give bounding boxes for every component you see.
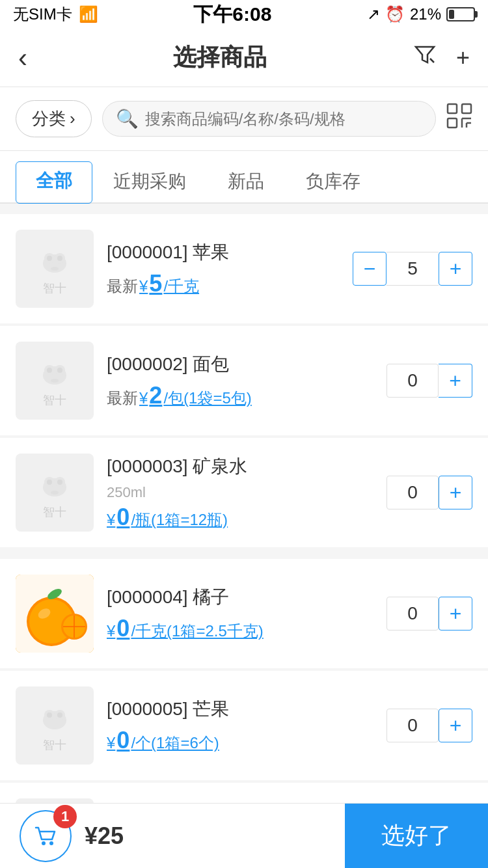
svg-point-26	[51, 491, 59, 495]
increase-button[interactable]: +	[439, 364, 472, 398]
cart-total: ¥25	[85, 822, 124, 850]
quantity-control: +	[386, 597, 472, 631]
product-name: [0000004] 橘子	[107, 585, 373, 610]
price-line: ¥ 0 /个(1箱=6个)	[107, 727, 373, 754]
quantity-input[interactable]	[386, 252, 439, 286]
product-name: [0000003] 矿泉水	[107, 454, 373, 479]
increase-button[interactable]: +	[439, 476, 472, 509]
filter-bar: 分类 › 🔍	[0, 87, 488, 151]
product-image: 智十	[16, 230, 94, 308]
status-right: ↗ ⏰ 21%	[367, 5, 475, 23]
status-carrier: 无SIM卡 📶	[13, 4, 98, 25]
tab-recent[interactable]: 近期采购	[92, 161, 207, 204]
increase-button[interactable]: +	[439, 597, 472, 631]
product-image	[16, 575, 94, 653]
svg-point-13	[57, 256, 62, 261]
svg-rect-4	[448, 118, 457, 128]
location-icon: ↗	[367, 5, 380, 23]
quantity-control: +	[386, 364, 472, 398]
alarm-icon: ⏰	[385, 5, 405, 23]
quantity-input[interactable]	[386, 709, 439, 742]
product-info: [0000002] 面包 最新 ¥ 2 /包(1袋=5包)	[107, 352, 373, 409]
product-item: 智十 [0000005] 芒果 ¥ 0 /个(1箱=6个) +	[0, 671, 488, 780]
svg-point-49	[42, 841, 46, 845]
svg-point-19	[57, 368, 62, 373]
quantity-control: +	[386, 476, 472, 509]
confirm-button[interactable]: 选好了	[345, 804, 488, 869]
price-line: ¥ 0 /瓶(1箱=12瓶)	[107, 504, 373, 531]
svg-point-14	[51, 267, 59, 271]
product-item: [0000004] 橘子 ¥ 0 /千克(1箱=2.5千克) +	[0, 559, 488, 668]
nav-bar: ‹ 选择商品 +	[0, 29, 488, 87]
product-spec: 250ml	[107, 484, 373, 501]
increase-button[interactable]: +	[439, 252, 472, 286]
filter-icon[interactable]	[413, 43, 437, 72]
search-icon: 🔍	[116, 108, 139, 129]
svg-point-25	[57, 480, 62, 485]
product-image: 智十	[16, 454, 94, 532]
product-name: [0000005] 芒果	[107, 697, 373, 722]
increase-button[interactable]: +	[439, 709, 472, 742]
quantity-input[interactable]	[386, 364, 439, 398]
quantity-control: +	[386, 709, 472, 742]
svg-point-40	[57, 712, 62, 718]
wifi-icon: 📶	[79, 5, 98, 23]
add-icon[interactable]: +	[456, 44, 470, 72]
cart-area: 1 ¥25	[0, 810, 345, 862]
price-line: 最新 ¥ 5 /千克	[107, 270, 340, 297]
svg-point-39	[47, 712, 52, 718]
product-image: 智十	[16, 686, 94, 765]
nav-title: 选择商品	[173, 42, 267, 74]
product-image: 智十	[16, 342, 94, 420]
tab-new[interactable]: 新品	[207, 161, 285, 204]
svg-point-20	[51, 379, 59, 383]
product-item: 智十 [0000003] 矿泉水 250ml ¥ 0 /瓶(1箱=12瓶) +	[0, 438, 488, 547]
price-line: 最新 ¥ 2 /包(1袋=5包)	[107, 382, 373, 409]
quantity-input[interactable]	[386, 597, 439, 631]
svg-line-1	[430, 59, 434, 62]
tab-negative[interactable]: 负库存	[285, 161, 381, 204]
svg-point-18	[47, 368, 52, 373]
status-bar: 无SIM卡 📶 下午6:08 ↗ ⏰ 21%	[0, 0, 488, 29]
tab-bar: 全部 近期采购 新品 负库存	[0, 151, 488, 204]
product-item: 智十 [0000001] 苹果 最新 ¥ 5 /千克 − +	[0, 214, 488, 323]
search-container: 🔍	[102, 101, 436, 137]
decrease-button[interactable]: −	[353, 252, 386, 286]
svg-rect-3	[462, 104, 471, 113]
svg-point-12	[47, 256, 52, 261]
svg-point-24	[47, 480, 52, 485]
quantity-control: − +	[353, 252, 472, 286]
product-item: 智十 [0000002] 面包 最新 ¥ 2 /包(1袋=5包) +	[0, 326, 488, 435]
cart-badge: 1	[53, 805, 77, 828]
product-info: [0000004] 橘子 ¥ 0 /千克(1箱=2.5千克)	[107, 585, 373, 642]
back-button[interactable]: ‹	[18, 42, 27, 74]
battery-percent: 21%	[410, 5, 441, 23]
tab-all[interactable]: 全部	[16, 161, 92, 204]
product-name: [0000001] 苹果	[107, 240, 340, 265]
category-filter-button[interactable]: 分类 ›	[16, 100, 92, 137]
cart-button[interactable]: 1	[20, 810, 72, 862]
battery-icon	[446, 7, 475, 21]
search-input[interactable]	[145, 110, 422, 128]
status-time: 下午6:08	[193, 1, 271, 28]
product-info: [0000001] 苹果 最新 ¥ 5 /千克	[107, 240, 340, 297]
product-list: 智十 [0000001] 苹果 最新 ¥ 5 /千克 − +	[0, 214, 488, 868]
product-name: [0000002] 面包	[107, 352, 373, 377]
svg-point-50	[49, 841, 53, 845]
product-info: [0000005] 芒果 ¥ 0 /个(1箱=6个)	[107, 697, 373, 754]
price-line: ¥ 0 /千克(1箱=2.5千克)	[107, 615, 373, 642]
chevron-right-icon: ›	[70, 109, 75, 129]
svg-rect-2	[448, 104, 457, 113]
bottom-bar: 1 ¥25 选好了	[0, 803, 488, 868]
nav-actions: +	[413, 43, 470, 72]
scan-icon[interactable]	[446, 103, 472, 135]
quantity-input[interactable]	[386, 476, 439, 509]
product-info: [0000003] 矿泉水 250ml ¥ 0 /瓶(1箱=12瓶)	[107, 454, 373, 531]
